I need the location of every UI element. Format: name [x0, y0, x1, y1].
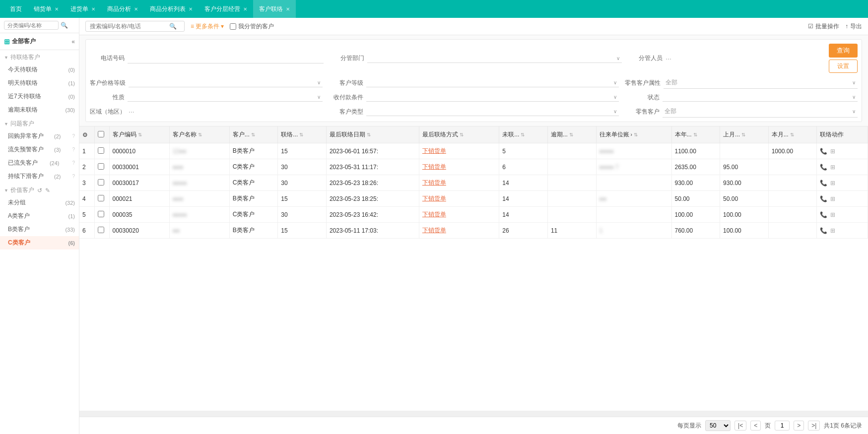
sort-icon[interactable]: ⇅ [251, 132, 255, 137]
search-icon[interactable]: 🔍 [61, 22, 68, 29]
close-icon[interactable]: ✕ [55, 6, 59, 12]
nav-customer-contact[interactable]: 客户联络 ✕ [253, 0, 296, 18]
filter-search-input[interactable] [90, 23, 169, 30]
nav-product-analysis-list[interactable]: 商品分析列表 ✕ [144, 0, 199, 18]
close-icon[interactable]: ✕ [134, 6, 138, 12]
dots-icon[interactable]: ··· [129, 108, 134, 116]
phone-icon[interactable]: 📞 [820, 227, 827, 234]
sidebar-item-7days[interactable]: 近7天待联络 (0) [0, 90, 79, 103]
sort-icon[interactable]: ⇅ [693, 132, 697, 137]
sidebar-item-ungrouped[interactable]: 未分组 (32) [0, 196, 79, 209]
sidebar-item-overdue[interactable]: 逾期未联络 (30) [0, 103, 79, 117]
next-page-button[interactable]: > [794, 421, 804, 431]
nav-purchase-order[interactable]: 进货单 ✕ [65, 0, 101, 18]
settings-icon[interactable]: ⚙ [82, 131, 88, 138]
sidebar-item-abnormal[interactable]: 回购异常客户 (2) ? [0, 129, 79, 143]
last-method-link[interactable]: 下销货单 [422, 147, 446, 154]
sort-icon[interactable]: ⇅ [521, 132, 525, 137]
sort-icon[interactable]: ⇅ [790, 132, 794, 137]
per-page-select[interactable]: 50 100 [705, 420, 731, 431]
sort-icon[interactable]: ⇅ [634, 132, 638, 137]
dots-icon[interactable]: ··· [666, 55, 671, 62]
sort-icon[interactable]: ⇅ [138, 132, 142, 137]
row-select-checkbox[interactable] [98, 211, 104, 217]
sidebar-item-tomorrow[interactable]: 明天待联络 (1) [0, 76, 79, 90]
info-icon[interactable]: ? [72, 133, 75, 139]
row-select-checkbox[interactable] [98, 147, 104, 154]
last-method-link[interactable]: 下销货单 [422, 227, 446, 234]
sidebar-item-today[interactable]: 今天待联络 (0) [0, 63, 79, 76]
phone-icon[interactable]: 📞 [820, 148, 827, 155]
close-icon[interactable]: ✕ [243, 6, 247, 12]
grid-action-icon[interactable]: ⊞ [830, 227, 835, 234]
export-button[interactable]: ↑ 导出 [845, 22, 862, 31]
row-select-checkbox[interactable] [98, 195, 104, 201]
sidebar-all-customers[interactable]: ⊞ 全部客户 « [0, 33, 79, 50]
grid-action-icon[interactable]: ⊞ [830, 211, 835, 218]
sidebar-item-c-class[interactable]: C类客户 (6) [0, 236, 79, 249]
page-number-input[interactable] [775, 421, 790, 431]
filter-search-icon[interactable]: 🔍 [169, 23, 177, 30]
sort-icon[interactable]: ⇅ [741, 132, 745, 137]
prev-page-button[interactable]: < [750, 421, 761, 431]
cust-type-select[interactable]: ∨ [366, 107, 619, 116]
my-customers-checkbox[interactable] [230, 23, 236, 30]
info-icon[interactable]: ? [72, 174, 75, 179]
last-method-link[interactable]: 下销货单 [422, 179, 446, 186]
nav-home[interactable]: 首页 [4, 0, 28, 18]
collapse-icon[interactable]: « [71, 38, 75, 45]
grid-action-icon[interactable]: ⊞ [830, 195, 835, 202]
phone-icon[interactable]: 📞 [820, 195, 827, 202]
info-icon[interactable]: ? [72, 147, 75, 152]
payment-select[interactable]: ∨ [366, 93, 619, 102]
refresh-icon[interactable]: ↺ [37, 187, 42, 194]
grid-action-icon[interactable]: ⊞ [830, 180, 835, 186]
query-button[interactable]: 查询 [829, 44, 858, 58]
cust-price-level-select[interactable]: ∨ [129, 78, 323, 87]
phone-input[interactable] [128, 53, 324, 63]
nature-select[interactable]: ∨ [128, 93, 323, 102]
sidebar-search-input[interactable] [4, 21, 59, 30]
settings-button[interactable]: 设置 [829, 60, 858, 73]
nav-customer-tier[interactable]: 客户分层经营 ✕ [199, 0, 253, 18]
phone-icon[interactable]: 📞 [820, 180, 827, 186]
cust-grade-select[interactable]: ∨ [366, 78, 619, 87]
dept-select[interactable]: ∨ [367, 54, 622, 63]
retail-customer-select[interactable]: 全部 ∨ [663, 106, 858, 118]
nav-product-analysis[interactable]: 商品分析 ✕ [101, 0, 144, 18]
last-method-link[interactable]: 下销货单 [422, 163, 446, 170]
grid-action-icon[interactable]: ⊞ [830, 164, 835, 171]
row-select-checkbox[interactable] [98, 179, 104, 186]
last-method-link[interactable]: 下销货单 [422, 195, 446, 202]
sort-icon[interactable]: ⇅ [569, 132, 573, 137]
close-icon[interactable]: ✕ [91, 6, 95, 12]
retail-attr-select[interactable]: 全部 ∨ [664, 77, 858, 89]
sidebar-item-churn-warning[interactable]: 流失预警客户 (3) ? [0, 143, 79, 156]
edit-icon[interactable]: ✎ [45, 187, 50, 194]
row-select-checkbox[interactable] [98, 163, 104, 170]
info-icon[interactable]: ? [72, 160, 75, 166]
row-select-checkbox[interactable] [98, 227, 104, 233]
sort-icon[interactable]: ⇅ [367, 132, 371, 137]
horizontal-scrollbar[interactable] [79, 411, 868, 417]
more-conditions-button[interactable]: ≡ 更多条件 ▾ [191, 22, 224, 31]
sort-icon[interactable]: ⇅ [299, 132, 303, 137]
sort-icon[interactable]: ⇅ [198, 132, 202, 137]
grid-action-icon[interactable]: ⊞ [830, 148, 835, 155]
sidebar-item-declining[interactable]: 持续下滑客户 (2) ? [0, 170, 79, 183]
batch-operation-button[interactable]: ☑ 批量操作 [808, 22, 839, 31]
sort-icon[interactable]: ⇅ [460, 132, 464, 137]
last-method-link[interactable]: 下销货单 [422, 211, 446, 218]
first-page-button[interactable]: |< [734, 421, 746, 431]
sidebar-item-b-class[interactable]: B类客户 (33) [0, 223, 79, 236]
close-icon[interactable]: ✕ [189, 6, 193, 12]
status-select[interactable]: ∨ [663, 93, 858, 102]
select-all-checkbox[interactable] [98, 131, 104, 137]
phone-icon[interactable]: 📞 [820, 164, 827, 171]
phone-icon[interactable]: 📞 [820, 211, 827, 218]
last-page-button[interactable]: >| [808, 421, 820, 431]
sidebar-item-churned[interactable]: 已流失客户 (24) ? [0, 156, 79, 170]
close-icon[interactable]: ✕ [286, 6, 290, 12]
nav-sales-order[interactable]: 销货单 ✕ [28, 0, 65, 18]
sidebar-item-a-class[interactable]: A类客户 (1) [0, 209, 79, 223]
